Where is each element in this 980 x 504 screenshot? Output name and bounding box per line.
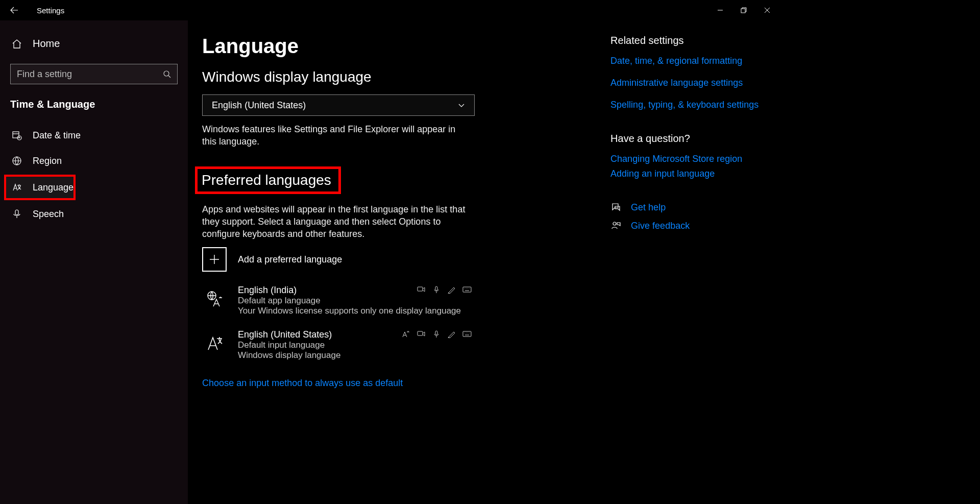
add-language-button[interactable]: Add a preferred language bbox=[202, 247, 590, 272]
titlebar: Settings bbox=[0, 0, 779, 20]
give-feedback-row[interactable]: Give feedback bbox=[610, 220, 769, 231]
svg-point-13 bbox=[613, 222, 616, 225]
chevron-down-icon bbox=[458, 102, 465, 109]
preferred-languages-section: Preferred languages Apps and websites wi… bbox=[202, 166, 590, 389]
content-area: Home Time & Language bbox=[0, 20, 779, 504]
have-question-heading: Have a question? bbox=[610, 133, 769, 145]
keyboard-icon bbox=[462, 329, 472, 339]
get-help-link: Get help bbox=[631, 202, 666, 213]
sidebar-home[interactable]: Home bbox=[0, 33, 188, 55]
language-item-0[interactable]: English (India) Default app language You… bbox=[202, 285, 475, 316]
mic-icon bbox=[11, 208, 22, 220]
page-title: Language bbox=[202, 35, 590, 58]
display-language-value: English (United States) bbox=[212, 100, 306, 111]
chat-icon bbox=[610, 202, 622, 213]
nav-label: Speech bbox=[33, 209, 64, 220]
tts-icon bbox=[416, 285, 426, 294]
language-sub2: Your Windows license supports only one d… bbox=[238, 306, 461, 316]
svg-rect-2 bbox=[13, 132, 19, 138]
language-pack-icon bbox=[202, 287, 227, 311]
language-sub1: Default input language bbox=[238, 340, 340, 350]
language-icon bbox=[11, 182, 22, 193]
display-language-desc: Windows features like Settings and File … bbox=[202, 123, 468, 148]
sidebar-section-header: Time & Language bbox=[0, 84, 188, 115]
search-box[interactable] bbox=[10, 64, 178, 84]
related-settings-heading: Related settings bbox=[610, 35, 769, 46]
svg-rect-8 bbox=[435, 286, 437, 291]
plus-icon bbox=[202, 247, 227, 272]
sidebar-item-speech[interactable]: Speech bbox=[0, 201, 188, 227]
window-title: Settings bbox=[37, 6, 64, 15]
handwriting-icon bbox=[447, 285, 456, 294]
display-lang-icon bbox=[401, 329, 410, 339]
preferred-languages-desc: Apps and websites will appear in the fir… bbox=[202, 203, 468, 241]
language-badges bbox=[416, 285, 472, 294]
close-button[interactable] bbox=[755, 2, 779, 18]
tts-icon bbox=[416, 329, 426, 339]
search-wrap bbox=[10, 64, 178, 84]
sidebar-item-date-time[interactable]: Date & time bbox=[0, 123, 188, 148]
main-column: Language Windows display language Englis… bbox=[202, 35, 590, 504]
settings-window: Settings Home bbox=[0, 0, 779, 504]
add-language-label: Add a preferred language bbox=[238, 254, 342, 265]
language-badges bbox=[401, 329, 472, 339]
minimize-button[interactable] bbox=[708, 2, 732, 18]
feedback-icon bbox=[610, 220, 622, 231]
nav-label: Region bbox=[33, 156, 62, 166]
language-sub1: Default app language bbox=[238, 296, 461, 306]
search-input[interactable] bbox=[17, 69, 163, 80]
language-item-1[interactable]: English (United States) Default input la… bbox=[202, 329, 475, 361]
related-link-1[interactable]: Administrative language settings bbox=[610, 78, 769, 88]
titlebar-left: Settings bbox=[6, 2, 64, 18]
window-controls bbox=[708, 2, 779, 18]
svg-rect-9 bbox=[463, 287, 471, 292]
sidebar-item-language[interactable]: Language bbox=[4, 175, 76, 200]
question-link-1[interactable]: Adding an input language bbox=[610, 169, 769, 179]
nav-label: Language bbox=[33, 182, 74, 193]
calendar-clock-icon bbox=[11, 130, 22, 141]
svg-rect-12 bbox=[463, 331, 471, 337]
back-button[interactable] bbox=[6, 2, 22, 18]
display-language-select[interactable]: English (United States) bbox=[202, 94, 475, 116]
support-group: Get help Give feedback bbox=[610, 202, 769, 231]
give-feedback-link: Give feedback bbox=[631, 221, 690, 231]
svg-rect-7 bbox=[418, 287, 423, 291]
language-sub2: Windows display language bbox=[238, 350, 340, 361]
svg-rect-11 bbox=[435, 331, 437, 335]
main: Language Windows display language Englis… bbox=[188, 20, 789, 504]
side-column: Related settings Date, time, & regional … bbox=[610, 35, 769, 504]
related-settings-group: Related settings Date, time, & regional … bbox=[610, 35, 769, 110]
related-link-0[interactable]: Date, time, & regional formatting bbox=[610, 56, 769, 66]
svg-rect-10 bbox=[418, 331, 423, 335]
nav-list: Date & time Region bbox=[0, 123, 188, 227]
svg-rect-0 bbox=[741, 9, 745, 13]
globe-icon bbox=[11, 155, 22, 166]
language-letter-icon bbox=[202, 331, 227, 356]
maximize-button[interactable] bbox=[732, 2, 755, 18]
home-label: Home bbox=[33, 38, 60, 50]
sidebar-item-region[interactable]: Region bbox=[0, 148, 188, 174]
preferred-languages-heading: Preferred languages bbox=[195, 166, 341, 194]
nav-label: Date & time bbox=[33, 130, 81, 141]
language-name: English (United States) bbox=[238, 329, 340, 340]
get-help-row[interactable]: Get help bbox=[610, 202, 769, 213]
speech-icon bbox=[432, 285, 441, 294]
related-link-2[interactable]: Spelling, typing, & keyboard settings bbox=[610, 100, 769, 110]
svg-rect-5 bbox=[15, 210, 18, 215]
search-icon bbox=[163, 70, 171, 78]
handwriting-icon bbox=[447, 329, 456, 339]
have-question-group: Have a question? Changing Microsoft Stor… bbox=[610, 133, 769, 179]
home-icon bbox=[11, 38, 22, 50]
display-language-heading: Windows display language bbox=[202, 69, 590, 85]
language-item-text: English (United States) Default input la… bbox=[238, 329, 340, 361]
question-link-0[interactable]: Changing Microsoft Store region bbox=[610, 154, 769, 164]
sidebar: Home Time & Language bbox=[0, 20, 188, 504]
choose-input-link[interactable]: Choose an input method to always use as … bbox=[202, 378, 590, 389]
speech-icon bbox=[432, 329, 441, 339]
svg-point-1 bbox=[164, 71, 169, 76]
keyboard-icon bbox=[462, 285, 472, 294]
